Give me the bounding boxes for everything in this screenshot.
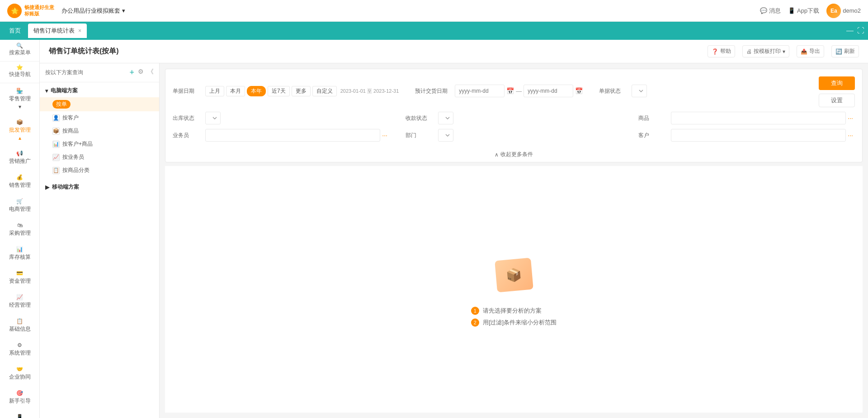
refresh-button[interactable]: 🔄 刷新 — [831, 45, 859, 57]
empty-step-2: 2 用[过滤]条件来缩小分析范围 — [471, 318, 557, 327]
date-range-display: 2023-01-01 至 2023-12-31 — [340, 88, 399, 95]
settings-button[interactable]: 设置 — [819, 94, 855, 107]
salesperson-scheme-icon: 📈 — [52, 154, 60, 161]
add-scheme-button[interactable]: + — [129, 68, 134, 77]
export-button[interactable]: 📤 导出 — [797, 45, 824, 57]
status-select-wrapper — [632, 85, 811, 97]
print-button[interactable]: 🖨 按模板打印 ▾ — [742, 45, 789, 57]
expected-date-label: 预计交货日期 — [415, 87, 448, 95]
product-more-button[interactable]: ··· — [846, 114, 855, 122]
tab-sales-order-stats[interactable]: 销售订单统计表 × — [28, 24, 87, 38]
expected-date-start-input[interactable] — [455, 85, 505, 97]
date-btn-more[interactable]: 更多 — [292, 86, 311, 96]
customer-label: 客户 — [638, 132, 664, 139]
department-label: 部门 — [406, 132, 431, 139]
date-btn-custom[interactable]: 自定义 — [312, 86, 337, 96]
sidebar-item-marketing[interactable]: 📢 营销推广 — [0, 146, 39, 170]
empty-illustration: 📦 — [495, 257, 533, 292]
appcenter-icon: 📱 — [16, 414, 23, 418]
empty-text: 1 请先选择要分析的方案 2 用[过滤]条件来缩小分析范围 — [471, 307, 557, 327]
department-select-wrapper — [438, 129, 622, 142]
scheme-section-mobile: ▶ 移动端方案 — [40, 179, 159, 195]
message-button[interactable]: 💬 消息 — [760, 7, 781, 15]
collapse-icon: ∧ — [495, 152, 499, 158]
expected-date-group: 📅 — 📅 — [455, 85, 583, 97]
sidebar-item-finance[interactable]: 💳 资金管理 — [0, 266, 39, 290]
sidebar-item-sales[interactable]: 💰 销售管理 — [0, 170, 39, 194]
content-area: 销售订单统计表(按单) ❓ 帮助 🖨 按模板打印 ▾ 📤 导出 🔄 刷新 — [40, 40, 868, 418]
settings-scheme-button[interactable]: ⚙ — [138, 68, 144, 77]
salesperson-more-button[interactable]: ··· — [380, 132, 389, 139]
sales-icon: 💰 — [16, 174, 23, 180]
sidebar-item-inventory[interactable]: 📊 库存核算 — [0, 242, 39, 266]
expected-date-end-input[interactable] — [524, 85, 573, 97]
print-chevron-icon: ▾ — [783, 48, 785, 55]
sidebar-item-newguide[interactable]: 🎯 新手引导 — [0, 385, 39, 409]
app-selector[interactable]: 办公用品行业模拟账套 ▾ — [58, 5, 129, 17]
tab-home[interactable]: 首页 — [4, 24, 26, 38]
sidebar-item-enterprise[interactable]: 🤝 企业协同 — [0, 361, 39, 385]
product-scheme-icon: 📦 — [52, 128, 60, 135]
collapse-bar[interactable]: ∧ 收起更多条件 — [165, 147, 862, 162]
date-separator: — — [516, 88, 522, 95]
sidebar-item-wholesale[interactable]: 📦 批发管理 ▴ — [0, 114, 39, 146]
product-input[interactable] — [671, 112, 846, 124]
scheme-item-by-order[interactable]: 按单 — [40, 97, 159, 111]
scheme-section-mobile-title[interactable]: ▶ 移动端方案 — [40, 180, 159, 194]
top-bar-right: 💬 消息 📱 App下载 Ea demo2 — [760, 4, 861, 18]
shipment-select[interactable] — [205, 112, 221, 124]
scheme-item-by-customer-product[interactable]: 📊 按客户+商品 — [40, 138, 159, 151]
user-menu[interactable]: Ea demo2 — [826, 4, 861, 18]
tab-close-icon[interactable]: × — [78, 28, 81, 34]
scheme-item-by-product[interactable]: 📦 按商品 — [40, 124, 159, 138]
scheme-item-by-customer[interactable]: 👤 按客户 — [40, 111, 159, 124]
sidebar-item-basic[interactable]: 📋 基础信息 — [0, 314, 39, 337]
date-btn-this-year[interactable]: 本年 — [247, 86, 266, 96]
inventory-icon: 📊 — [16, 246, 23, 252]
sidebar: 🔍 搜索菜单 ⭐ 快捷导航 🏪 零售管理 ▾ 📦 批发管理 ▴ 📢 营销推广 💰… — [0, 40, 40, 418]
help-button[interactable]: ❓ 帮助 — [708, 45, 735, 57]
date-btn-this-month[interactable]: 本月 — [226, 86, 245, 96]
scheme-item-by-category[interactable]: 📋 按商品分类 — [40, 164, 159, 177]
top-bar: 🌟 畅捷通好生意 标账版 办公用品行业模拟账套 ▾ 💬 消息 📱 App下载 E… — [0, 0, 868, 22]
calendar-start-icon[interactable]: 📅 — [506, 87, 514, 95]
date-btn-last7[interactable]: 近7天 — [268, 86, 290, 96]
left-panel-header: 按以下方案查询 + ⚙ 《 — [40, 63, 159, 82]
action-buttons: 查询 设置 — [819, 75, 855, 107]
app-download-button[interactable]: 📱 App下载 — [788, 7, 819, 15]
logo-area: 🌟 畅捷通好生意 标账版 — [7, 4, 54, 18]
collection-select[interactable] — [438, 112, 453, 124]
customer-input[interactable] — [671, 129, 846, 142]
step1-badge: 1 — [471, 307, 479, 315]
query-button[interactable]: 查询 — [819, 76, 855, 90]
sidebar-item-purchase[interactable]: 🛍 采购管理 — [0, 218, 39, 242]
sidebar-nav[interactable]: ⭐ 快捷导航 — [0, 62, 39, 83]
product-input-wrapper: ··· — [671, 112, 855, 124]
export-icon: 📤 — [801, 48, 807, 55]
scheme-section-desktop-title[interactable]: ▾ 电脑端方案 — [40, 84, 159, 97]
sidebar-search[interactable]: 🔍 搜索菜单 — [0, 40, 39, 62]
status-select[interactable] — [632, 85, 647, 97]
sidebar-item-operation[interactable]: 📈 经营管理 — [0, 290, 39, 314]
empty-face-icon: 📦 — [505, 267, 523, 283]
sidebar-item-ecommerce[interactable]: 🛒 电商管理 — [0, 194, 39, 218]
sidebar-item-appcenter[interactable]: 📱 应用中心 — [0, 409, 39, 418]
filter-content: 单据日期 上月 本月 本年 近7天 更多 自定义 2023-01-01 至 20… — [165, 69, 862, 147]
date-btn-last-month[interactable]: 上月 — [205, 86, 224, 96]
collection-select-wrapper — [438, 112, 622, 124]
newguide-icon: 🎯 — [16, 390, 23, 396]
sidebar-item-retail[interactable]: 🏪 零售管理 ▾ — [0, 83, 39, 114]
scheme-item-by-salesperson[interactable]: 📈 按业务员 — [40, 151, 159, 164]
shipment-label: 出库状态 — [173, 114, 198, 122]
maximize-button[interactable]: ⛶ — [857, 27, 864, 35]
department-select[interactable] — [438, 129, 453, 142]
customer-input-wrapper: ··· — [671, 129, 855, 142]
step2-badge: 2 — [471, 318, 479, 327]
calendar-end-icon[interactable]: 📅 — [575, 87, 583, 95]
minimize-button[interactable]: — — [846, 27, 854, 35]
collapse-panel-button[interactable]: 《 — [147, 68, 154, 77]
sidebar-item-system[interactable]: ⚙ 系统管理 — [0, 337, 39, 361]
customer-more-button[interactable]: ··· — [846, 132, 855, 139]
date-filter-label: 单据日期 — [173, 87, 198, 95]
salesperson-input[interactable] — [205, 129, 380, 142]
